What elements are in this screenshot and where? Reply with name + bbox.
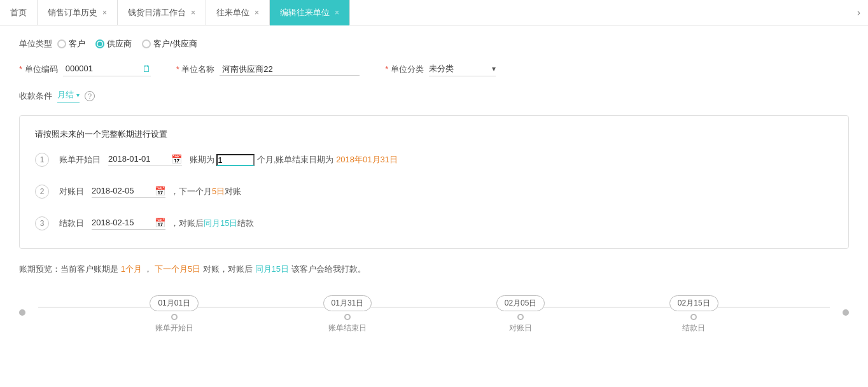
payment-arrow: ▾	[76, 92, 80, 99]
step-3-row: 3 结款日 📅 ，对账后同月15日结款	[35, 216, 833, 230]
step-3-desc: ，对账后同月15日结款	[171, 218, 254, 229]
step-1-period-label: 账期为	[187, 154, 216, 165]
step-2-label: 对账日	[59, 186, 84, 197]
step-2-row: 2 对账日 📅 ，下一个月5日对账	[35, 185, 833, 199]
step-1-period-suffix: 个月,账单结束日期为 2018年01月31日	[255, 154, 398, 165]
unit-category-label: 单位分类	[385, 64, 424, 75]
timeline-badge-2: 01月31日	[323, 295, 372, 311]
payment-label: 收款条件	[19, 90, 52, 102]
timeline-dot-2	[344, 314, 351, 320]
timeline-container: 01月01日 账单开始日 01月31日 账单结束日 02月05日 对账日 02月…	[19, 289, 849, 353]
step-3-cal-icon[interactable]: 📅	[155, 218, 165, 228]
radio-both[interactable]: 客户/供应商	[142, 38, 197, 50]
unit-code-input[interactable]	[63, 62, 139, 74]
tab-edit-partner[interactable]: 编辑往来单位 ×	[270, 0, 350, 25]
unit-category-arrow: ▾	[492, 64, 496, 73]
unit-name-input[interactable]	[220, 63, 360, 76]
timeline-label-1: 账单开始日	[155, 323, 193, 334]
payment-select[interactable]: 月结 ▾	[57, 89, 80, 102]
timeline-node-3: 02月05日 对账日	[496, 295, 545, 334]
timeline-label-4: 结款日	[682, 323, 705, 334]
step-1-date-wrap: 📅	[108, 154, 182, 166]
step-1-cal-icon[interactable]: 📅	[171, 154, 182, 164]
main-content: 单位类型 客户 供应商 客户/供应商 单位编码	[0, 25, 868, 387]
timeline-node-1: 01月01日 账单开始日	[150, 295, 199, 334]
step-1-row: 1 账单开始日 📅 账期为 个月,账单结束日期为 2018年01月31日	[35, 153, 833, 167]
step-2-desc: ，下一个月5日对账	[171, 186, 241, 197]
timeline-dot-1	[171, 314, 178, 320]
unit-code-icon[interactable]: 🗒	[142, 64, 151, 74]
radio-customer[interactable]: 客户	[57, 38, 85, 50]
tab-more-button[interactable]: ›	[850, 7, 868, 18]
radio-supplier[interactable]: 供应商	[95, 38, 132, 50]
timeline-badge-1: 01月01日	[150, 295, 199, 311]
step-1-date-input[interactable]	[108, 154, 169, 164]
unit-category-value: 未分类	[429, 63, 454, 74]
unit-code-wrapper: 🗒	[63, 62, 151, 76]
unit-code-item: 单位编码 🗒	[19, 62, 151, 76]
close-tab-sales-order[interactable]: ×	[102, 8, 107, 17]
radio-supplier-circle	[95, 39, 104, 48]
timeline-node-2: 01月31日 账单结束日	[323, 295, 372, 334]
step-2-num: 2	[35, 185, 49, 199]
timeline-badge-4: 02月15日	[669, 295, 718, 311]
radio-customer-circle	[57, 39, 66, 48]
tab-partner[interactable]: 往来单位 ×	[206, 0, 270, 25]
unit-type-item: 单位类型 客户 供应商 客户/供应商	[19, 38, 197, 50]
timeline-right-dot	[843, 295, 849, 316]
step-2-date-wrap: 📅	[92, 186, 165, 198]
step-1-num: 1	[35, 153, 49, 167]
tabs-bar: 首页 销售订单历史 × 钱货日清工作台 × 往来单位 × 编辑往来单位 × ›	[0, 0, 868, 25]
payment-item: 收款条件 月结 ▾ ?	[19, 89, 95, 102]
unit-name-label: 单位名称	[176, 64, 215, 75]
help-icon[interactable]: ?	[85, 91, 95, 101]
timeline-node-4: 02月15日 结款日	[669, 295, 718, 334]
card-title: 请按照未来的一个完整帐期进行设置	[35, 129, 833, 140]
step-2-cal-icon[interactable]: 📅	[155, 186, 165, 196]
step-1-label: 账单开始日	[59, 154, 101, 165]
unit-type-label: 单位类型	[19, 38, 52, 50]
period-card: 请按照未来的一个完整帐期进行设置 1 账单开始日 📅 账期为 个月,账单结束日期…	[19, 115, 849, 249]
step-3-date-wrap: 📅	[92, 218, 165, 230]
timeline-nodes: 01月01日 账单开始日 01月31日 账单结束日 02月05日 对账日 02月…	[19, 295, 849, 334]
timeline-label-2: 账单结束日	[328, 323, 367, 334]
unit-name-item: 单位名称	[176, 63, 360, 76]
unit-category-item: 单位分类 未分类 ▾	[385, 63, 496, 76]
close-tab-partner[interactable]: ×	[255, 8, 259, 17]
preview-text: 账期预览：当前客户账期是 1个月 ， 下一个月5日 对账，对账后 同月15日 该…	[19, 262, 849, 276]
step-3-num: 3	[35, 216, 49, 230]
unit-code-label: 单位编码	[19, 64, 58, 75]
payment-value: 月结	[57, 89, 74, 101]
step-3-label: 结款日	[59, 218, 84, 229]
timeline-dot-4	[690, 314, 697, 320]
step-2-date-input[interactable]	[92, 186, 152, 195]
unit-type-radio-group: 客户 供应商 客户/供应商	[57, 38, 197, 50]
step-3-date-input[interactable]	[92, 218, 152, 227]
unit-type-row: 单位类型 客户 供应商 客户/供应商	[19, 38, 849, 50]
step-1-period-input[interactable]	[216, 154, 255, 166]
tab-home[interactable]: 首页	[0, 0, 38, 25]
timeline-dot-3	[517, 314, 524, 320]
radio-both-circle	[142, 39, 151, 48]
tab-cash-work[interactable]: 钱货日清工作台 ×	[118, 0, 206, 25]
close-tab-cash-work[interactable]: ×	[191, 8, 195, 17]
timeline-start-dot	[19, 309, 25, 316]
timeline-label-3: 对账日	[509, 323, 532, 334]
unit-info-row: 单位编码 🗒 单位名称 单位分类 未分类 ▾	[19, 62, 849, 76]
unit-category-select[interactable]: 未分类 ▾	[429, 63, 496, 76]
payment-row: 收款条件 月结 ▾ ?	[19, 89, 849, 102]
tab-sales-order[interactable]: 销售订单历史 ×	[38, 0, 118, 25]
timeline-badge-3: 02月05日	[496, 295, 545, 311]
close-tab-edit-partner[interactable]: ×	[335, 8, 339, 17]
timeline-end-dot	[843, 309, 849, 316]
timeline-left-dot	[19, 295, 25, 316]
